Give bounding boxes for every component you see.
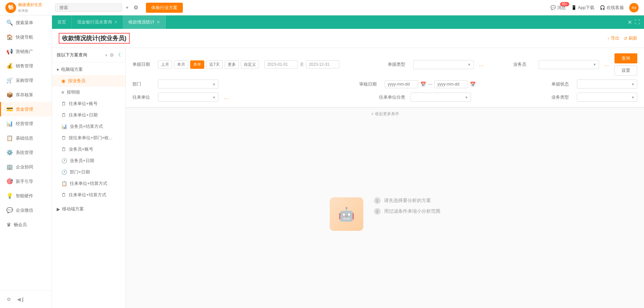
sidebar-item-sales[interactable]: 💰 销售管理 [0,59,52,73]
sidebar-item-guide[interactable]: 🎯 新手引导 [0,174,52,189]
voucher-status-label: 单据状态 [551,81,572,87]
sidebar-item-enterprise[interactable]: 🏢 企业协同 [0,160,52,174]
setting-button[interactable]: 设置 [614,65,637,75]
sidebar-settings-btn[interactable]: ⚙ [4,295,13,304]
date-label: 单据日期 [132,61,153,67]
tab-bank-flow[interactable]: 现金银行流水查询 ✕ [72,15,123,29]
sidebar-item-wechat[interactable]: 💬 企业微信 [0,203,52,217]
home-icon: 🏠 [6,34,13,40]
review-date-start-input[interactable] [385,80,418,88]
tip-num-2: 2 [374,208,381,215]
page-header-actions: ↑ 导出 ↺ 刷新 [607,35,638,41]
voucher-status-select[interactable] [577,80,637,89]
search-input[interactable] [55,3,122,12]
filter-action-buttons: 查询 设置 [614,53,637,75]
inventory-icon: 📦 [6,92,13,98]
review-date-range: 📅 — 📅 [385,80,476,88]
scheme-item-salesperson-settlement[interactable]: 📊 业务员+结算方式 [52,121,125,132]
collapse-bar[interactable]: ∧ 收起更多条件 [126,107,644,120]
sidebar-item-inventory[interactable]: 📦 库存核算 [0,88,52,102]
trial-button[interactable]: 体验行业方案 [146,3,183,13]
scheme-item-counterparty-settlement1[interactable]: 📋 往来单位+结算方式 [52,178,125,189]
logo-text: 畅捷通好生意 标准版 [18,2,42,13]
dept-select[interactable] [158,80,218,89]
review-date-end-input[interactable] [434,80,468,88]
sidebar-item-system[interactable]: ⚙️ 系统管理 [0,145,52,160]
tab-close-collection-stats[interactable]: ✕ [157,20,160,24]
biz-type-select[interactable] [577,93,637,102]
counterparty-more-btn[interactable]: … [224,95,228,100]
scheme-mobile-group-header[interactable]: ▶ 移动端方案 [52,203,125,215]
salesperson-scheme-icon: ◉ [61,78,65,84]
voucher-type-more-btn[interactable]: … [479,62,484,67]
tab-bar-close-btn[interactable]: ✕ [628,19,632,25]
detail-scheme-icon: ≡ [61,90,64,95]
scheme-item-by-detail[interactable]: ≡ 按明细 [52,87,125,98]
export-button[interactable]: ↑ 导出 [607,35,620,41]
search-dropdown-icon[interactable]: ▾ [126,5,128,10]
scheme-item-counterparty-settlement2[interactable]: 🗒 往来单位+结算方式 [52,189,125,201]
sidebar-item-search-menu[interactable]: 🔍 搜索菜单 [0,15,52,30]
settings-icon[interactable]: ⚙ [131,3,141,12]
filter-panel: 单据日期 上月 本月 本年 近7天 更多 自定义 至 [126,48,644,107]
date-start-input[interactable] [264,60,298,68]
review-date-label: 审核日期 [359,81,379,87]
counterparty-date-icon: 🗒 [61,112,66,118]
tab-collection-stats[interactable]: 收款情况统计 ✕ [123,15,166,29]
tab-bar-expand-btn[interactable]: ⛶ [635,19,640,25]
date-btn-this-month[interactable]: 本月 [174,60,188,69]
tab-close-bank-flow[interactable]: ✕ [114,20,117,24]
sidebar-item-smart-hw[interactable]: 💡 智能硬件 [0,189,52,203]
date-btn-this-year[interactable]: 本年 [190,60,204,69]
app-download-button[interactable]: 📱 App下载 [571,5,594,11]
phone-icon: 📱 [571,5,577,10]
sidebar-item-finance[interactable]: 💳 资金管理 [0,102,52,116]
salesperson-select[interactable] [539,60,599,69]
user-avatar[interactable]: Rit [629,3,639,12]
scheme-item-dept-date[interactable]: 🕐 部门+日期 [52,166,125,178]
sidebar-item-operations[interactable]: 📊 经营管理 [0,116,52,131]
salesperson-settlement-icon: 📊 [61,124,67,129]
scheme-item-counterparty-account[interactable]: 🗒 往来单位+账号 [52,98,125,109]
sidebar-item-quick-nav[interactable]: 🏠 快捷导航 [0,30,52,44]
scheme-collapse-btn[interactable]: 《 [116,52,121,58]
date-btn-more[interactable]: 更多 [225,60,239,69]
sidebar-item-purchase[interactable]: 🛒 采购管理 [0,73,52,88]
date-button-group: 上月 本月 本年 近7天 更多 自定义 [158,60,259,69]
enterprise-icon: 🏢 [6,164,13,170]
scheme-item-counterparty-date[interactable]: 🗒 往来单位+日期 [52,109,125,121]
sidebar-item-marketing[interactable]: 📢 营销推广 [0,44,52,59]
sidebar-item-basic-info[interactable]: 📋 基础信息 [0,131,52,145]
logo-icon: 畅 [5,2,16,13]
main-layout: 🔍 搜索菜单 🏠 快捷导航 📢 营销推广 💰 销售管理 🛒 采购管理 📦 库存核… [0,15,644,308]
scheme-settings-btn[interactable]: ⚙ [110,52,114,58]
refresh-button[interactable]: ↺ 刷新 [624,35,637,41]
scheme-item-salesperson-account[interactable]: 🗒 业务员+账号 [52,144,125,155]
date-range: 至 [264,60,339,68]
salesperson-more-btn[interactable]: … [604,62,609,67]
finance-icon: 💳 [6,106,13,112]
salesperson-label: 业务员 [513,61,533,67]
tab-home[interactable]: 首页 [52,15,72,29]
review-date-start-calendar-icon[interactable]: 📅 [420,82,426,87]
sidebar-collapse-btn[interactable]: ◀❙ [16,295,25,304]
voucher-type-select[interactable] [413,60,474,69]
counterparty-category-select[interactable] [411,93,471,102]
messages-button[interactable]: 💬 消息 99+ [550,5,566,11]
scheme-desktop-group-header[interactable]: ▾ 电脑端方案 [52,64,125,75]
date-end-input[interactable] [306,60,339,68]
smart-hw-icon: 💡 [6,193,13,199]
sidebar-item-vip[interactable]: ♛ 畅会员 [0,217,52,232]
date-btn-last-month[interactable]: 上月 [158,60,172,69]
online-service-button[interactable]: 🎧 在线客服 [600,5,624,11]
date-btn-last-7days[interactable]: 近7天 [206,60,223,69]
scheme-add-btn[interactable]: + [105,52,108,58]
counterparty-category-select-wrapper [411,93,471,102]
scheme-item-counterparty-dept-collect[interactable]: 🗒 按往来单位+部门+收... [52,132,125,144]
query-button[interactable]: 查询 [614,53,637,63]
counterparty-select[interactable] [158,93,218,102]
scheme-item-salesperson-date[interactable]: 🕐 业务员+日期 [52,155,125,166]
scheme-item-by-salesperson[interactable]: ◉ 按业务员 [52,75,125,87]
date-btn-custom[interactable]: 自定义 [241,60,259,69]
review-date-end-calendar-icon[interactable]: 📅 [470,82,476,87]
